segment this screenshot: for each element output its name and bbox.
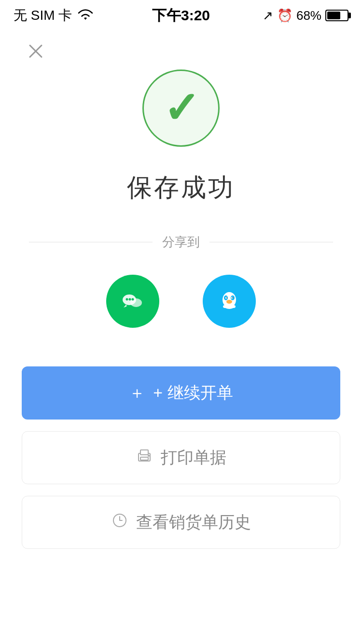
share-qq-button[interactable] [203,275,256,328]
success-title: 保存成功 [127,171,235,205]
svg-rect-20 [140,450,148,455]
divider-line-left [29,242,153,242]
svg-rect-21 [140,457,148,460]
battery-percentage: 68% [296,8,321,23]
wechat-icon [118,286,148,316]
close-button[interactable] [21,37,50,66]
checkmark-icon: ✓ [163,86,199,130]
plus-icon: ＋ [129,382,145,404]
continue-button[interactable]: ＋ + 继续开单 [22,366,340,420]
svg-point-13 [226,297,227,298]
wifi-icon [77,9,94,22]
svg-point-18 [232,305,236,308]
success-circle: ✓ [142,70,220,147]
share-label: 分享到 [162,234,200,251]
status-carrier: 无 SIM 卡 [14,6,94,25]
svg-point-5 [129,298,131,301]
status-bar: 无 SIM 卡 下午3:20 ↗ ⏰ 68% [0,0,362,31]
svg-point-22 [148,455,150,457]
svg-point-14 [232,297,233,298]
share-wechat-button[interactable] [106,275,159,328]
action-buttons: ＋ + 继续开单 打印单据 查看销货单历 [22,366,340,549]
print-label: 打印单据 [161,447,226,469]
status-time: 下午3:20 [152,6,210,26]
location-icon: ↗ [263,8,273,23]
history-icon [111,512,128,533]
share-divider: 分享到 [0,234,362,251]
share-buttons [106,275,256,328]
divider-line-right [209,242,333,242]
continue-label: + 继续开单 [153,382,233,404]
status-right: ↗ ⏰ 68% [263,8,348,23]
print-icon [136,447,153,468]
print-button[interactable]: 打印单据 [22,431,340,484]
main-content: ✓ 保存成功 分享到 [0,31,362,549]
svg-point-4 [126,298,128,301]
history-button[interactable]: 查看销货单历史 [22,496,340,549]
svg-point-15 [226,300,232,304]
svg-point-6 [132,298,134,301]
history-label: 查看销货单历史 [136,511,251,533]
battery-icon [325,10,348,21]
qq-icon [214,286,244,316]
svg-point-17 [223,305,227,308]
alarm-icon: ⏰ [277,8,292,23]
